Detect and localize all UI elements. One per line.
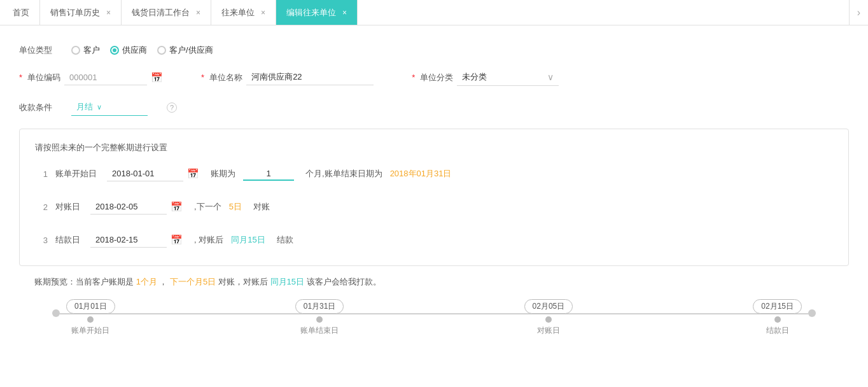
timeline-label-1: 账单开始日 [71,325,109,336]
card-section: 请按照未来的一个完整帐期进行设置 1 账单开始日 📅 账期为 个月,账单结束日期… [19,129,849,266]
period-suffix-after-1: 个月,账单结束日期为 [305,168,382,179]
radio-supplier-circle [110,46,119,55]
timeline-dot-2 [316,316,323,323]
chevron-down-icon: ∨ [547,72,554,82]
radio-both[interactable]: 客户/供应商 [157,45,213,56]
unit-class-value: 未分类 [462,71,487,83]
period-prefix-2: ,下一个 [194,201,221,213]
required-star-code: * [19,73,22,82]
period-months-input[interactable] [243,167,294,181]
period-row-1: 1 账单开始日 📅 账期为 个月,账单结束日期为 2018年01月31日 [35,166,833,181]
tab-more-arrow[interactable]: › [849,0,868,25]
tab-home[interactable]: 首页 [0,0,40,25]
unit-name-group: * 单位名称 [201,70,374,85]
timeline-dot-1 [87,316,94,323]
help-icon[interactable]: ? [167,102,177,113]
period-suffix-3: 结款 [277,234,293,246]
timeline-label-3: 对账日 [537,325,560,336]
timeline-point-4: 02月15日 结款日 [753,299,802,336]
unit-type-label: 单位类型 [19,45,52,56]
preview-part3-highlight: 同月15日 [270,277,304,286]
tab-bar: 首页 销售订单历史 × 钱货日清工作台 × 往来单位 × 编辑往来单位 × › [0,0,868,25]
timeline-badge-3: 02月05日 [524,299,573,314]
timeline-badge-2: 01月31日 [295,299,344,314]
payment-select[interactable]: 月结 ∨ [71,99,148,116]
period-highlight-3: 同月15日 [231,234,265,246]
tab-sales-history-close[interactable]: × [106,9,111,17]
period-num-2: 2 [35,202,48,212]
period-date-2-calendar-icon[interactable]: 📅 [171,201,183,213]
app-container: 首页 销售订单历史 × 钱货日清工作台 × 往来单位 × 编辑往来单位 × › … [0,0,868,387]
tab-sales-history-label: 销售订单历史 [50,7,100,18]
preview-part1-after: ， [159,277,167,286]
preview-label: 账期预览：当前客户账期是 [34,277,134,286]
unit-class-select[interactable]: 未分类 ∨ [457,69,559,86]
period-label-3: 结款日 [55,234,80,246]
tab-cash-work-close[interactable]: × [196,9,200,17]
period-date-3-input[interactable] [90,232,167,248]
tab-home-label: 首页 [13,7,29,18]
period-label-1: 账单开始日 [55,168,97,179]
unit-class-group: * 单位分类 未分类 ∨ [412,69,559,86]
tab-cash-work[interactable]: 钱货日清工作台 × [122,0,211,25]
preview-part3-after: 该客户会给我打款。 [307,277,381,286]
period-label-2: 对账日 [55,201,80,213]
period-date-2-input[interactable] [90,199,167,215]
payment-row: 收款条件 月结 ∨ ? [19,99,849,116]
radio-customer-label: 客户 [83,45,100,56]
unit-name-input[interactable] [246,70,374,85]
required-star-class: * [412,73,415,82]
unit-code-group: * 单位编码 📅 [19,70,163,85]
period-num-1: 1 [35,169,48,179]
tab-unit-close[interactable]: × [261,9,265,17]
timeline-points: 01月01日 账单开始日 01月31日 账单结束日 02月05日 对账日 [53,299,815,336]
timeline-dot-4 [774,316,781,323]
unit-code-input[interactable] [64,70,147,85]
payment-value: 月结 [76,101,93,113]
period-date-2-group: 📅 [90,199,183,215]
timeline-point-3: 02月05日 对账日 [524,299,573,336]
tab-unit-label: 往来单位 [221,7,255,18]
payment-chevron-icon: ∨ [97,103,102,111]
period-date-3-calendar-icon[interactable]: 📅 [171,234,183,246]
timeline-section: 01月01日 账单开始日 01月31日 账单结束日 02月05日 对账日 [19,293,849,346]
unit-class-label: 单位分类 [420,72,453,83]
radio-customer[interactable]: 客户 [71,45,100,56]
tab-cash-work-label: 钱货日清工作台 [132,7,190,18]
timeline-container: 01月01日 账单开始日 01月31日 账单结束日 02月05日 对账日 [34,299,834,336]
radio-both-circle [157,46,166,55]
unit-code-calendar-icon[interactable]: 📅 [151,72,163,83]
period-suffix-2: 对账 [253,201,270,213]
timeline-badge-4: 02月15日 [753,299,802,314]
preview-section: 账期预览：当前客户账期是 1个月 ， 下一个月5日 对账，对账后 同月15日 该… [19,266,849,293]
radio-supplier[interactable]: 供应商 [110,45,147,56]
radio-group: 客户 供应商 客户/供应商 [71,45,213,56]
tab-sales-history[interactable]: 销售订单历史 × [40,0,122,25]
unit-info-row: * 单位编码 📅 * 单位名称 * 单位分类 未分类 ∨ [19,69,849,86]
preview-part2-highlight: 下一个月5日 [170,277,216,286]
required-star-name: * [201,73,204,82]
period-suffix-before-1: 账期为 [211,168,235,179]
tab-edit-unit[interactable]: 编辑往来单位 × [276,0,358,25]
card-title: 请按照未来的一个完整帐期进行设置 [35,142,833,153]
period-date-1-group: 📅 [107,166,199,181]
preview-part1-highlight: 1个月 [136,277,157,286]
period-date-1-calendar-icon[interactable]: 📅 [187,168,199,179]
period-date-1-input[interactable] [107,166,183,181]
unit-code-label: 单位编码 [27,72,60,83]
period-num-3: 3 [35,236,48,245]
timeline-badge-1: 01月01日 [66,299,115,314]
tab-unit[interactable]: 往来单位 × [211,0,276,25]
period-highlight-2: 5日 [229,201,242,213]
radio-supplier-label: 供应商 [122,45,147,56]
radio-customer-circle [71,46,80,55]
tab-edit-unit-close[interactable]: × [342,9,347,17]
tab-edit-unit-label: 编辑往来单位 [286,7,336,18]
unit-type-row: 单位类型 客户 供应商 客户/供应商 [19,45,849,56]
period-row-2: 2 对账日 📅 ,下一个 5日 对账 [35,199,833,215]
radio-both-label: 客户/供应商 [169,45,213,56]
preview-part2-after: 对账，对账后 [218,277,268,286]
chevron-right-icon: › [857,7,860,18]
main-content: 单位类型 客户 供应商 客户/供应商 * 单位编码 [0,25,868,387]
timeline-label-4: 结款日 [766,325,789,336]
